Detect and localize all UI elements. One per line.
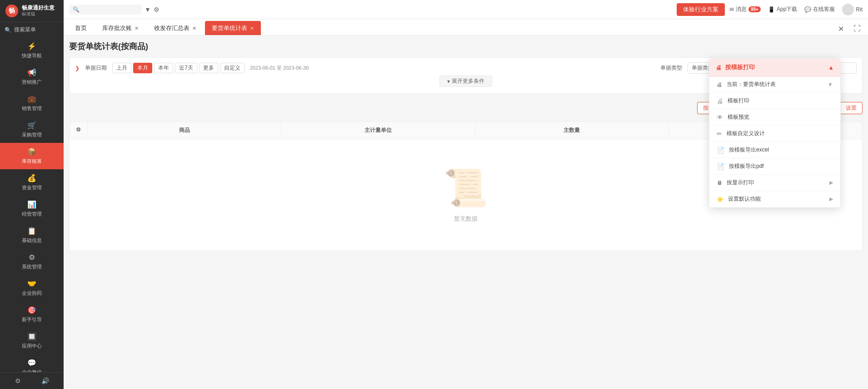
- dropdown-template-preview[interactable]: 👁 模板预览: [709, 109, 840, 126]
- app-subtitle: 标准版: [22, 11, 55, 17]
- apps-icon: 🔲: [27, 332, 36, 341]
- dropdown-display-print[interactable]: 🖥 按显示打印 ▶: [709, 175, 840, 191]
- sidebar-item-label: 经营管理: [22, 211, 42, 217]
- sidebar-item-label: 系统管理: [22, 263, 42, 270]
- wechat-icon: 💬: [27, 359, 36, 367]
- sidebar-item-label: 库存核算: [22, 158, 42, 165]
- guide-icon: 🎯: [27, 306, 36, 314]
- messages-badge: 99+: [748, 6, 761, 12]
- sidebar-nav: ⚡ 快捷导航 📢 营销推广 💼 销售管理 🛒 采购管理 📦 库存核算 💰 资金管…: [0, 37, 64, 372]
- sidebar-search[interactable]: 🔍 搜索菜单: [0, 22, 64, 37]
- trial-btn[interactable]: 体验行业方案: [677, 3, 725, 16]
- tab-collection-summary[interactable]: 收发存汇总表 ✕: [147, 21, 203, 35]
- messages-btn[interactable]: ✉ 消息 99+: [729, 5, 761, 13]
- topbar-gear-icon[interactable]: ▼: [145, 6, 151, 13]
- app-download-btn[interactable]: 📱 App下载: [768, 5, 797, 13]
- dropdown-up-chevron[interactable]: ▲: [828, 64, 834, 71]
- th-goods: 商品: [88, 122, 281, 139]
- template-print-label: 模板打印: [728, 97, 749, 105]
- sidebar-item-marketing[interactable]: 📢 营销推广: [0, 64, 64, 90]
- topbar-search-icon: 🔍: [73, 6, 80, 13]
- content-area: 要货单统计表(按商品) ❯ 单据日期 上月 本月 本年 近7天 更多 自定义 2…: [64, 35, 868, 389]
- sidebar-item-label: 应用中心: [22, 343, 42, 349]
- sidebar-item-inventory[interactable]: 📦 库存核算: [0, 143, 64, 169]
- display-print-chevron: ▶: [829, 180, 833, 186]
- user-area[interactable]: Rit: [842, 4, 863, 15]
- dropdown-set-default[interactable]: ⭐ 设置默认功能 ▶: [709, 191, 840, 207]
- tab-batch-account-label: 库存批次账: [102, 24, 132, 32]
- expand-icon: ▾: [447, 78, 450, 85]
- th-unit: 主计量单位: [281, 122, 475, 139]
- date-filter-label: 单据日期: [85, 64, 107, 72]
- order-type-label: 单据类型: [660, 64, 682, 72]
- user-name: Rit: [856, 6, 863, 13]
- dropdown-current-item[interactable]: 🖨 当前：要货单统计表 ▼: [709, 76, 840, 93]
- operations-icon: 📊: [27, 200, 36, 209]
- date-range-display: 2023-06-01 至 2023-06-30: [250, 65, 309, 71]
- app-download-icon: 📱: [768, 6, 775, 13]
- basic-icon: 📋: [27, 227, 36, 235]
- sidebar-item-operations[interactable]: 📊 经营管理: [0, 196, 64, 222]
- expand-more-btn[interactable]: ▾ 展开更多条件: [439, 76, 492, 87]
- topbar: 🔍 ▼ ⚙ 体验行业方案 ✉ 消息 99+ 📱 App下载 💬 在线客服: [64, 0, 868, 19]
- tab-order-stats-close[interactable]: ✕: [250, 25, 254, 31]
- topbar-settings-icon[interactable]: ⚙: [154, 6, 160, 13]
- dropdown-export-pdf[interactable]: 📄 按模板导出pdf: [709, 158, 840, 175]
- close-tab-btn[interactable]: ✕: [834, 22, 847, 35]
- sidebar-item-guide[interactable]: 🎯 新手引导: [0, 301, 64, 328]
- tabs-bar: 首页 库存批次账 ✕ 收发存汇总表 ✕ 要货单统计表 ✕ ✕ ⛶: [64, 19, 868, 35]
- search-label: 搜索菜单: [14, 26, 36, 34]
- app-download-label: App下载: [777, 5, 797, 13]
- tab-order-stats[interactable]: 要货单统计表 ✕: [205, 21, 261, 35]
- sidebar-item-enterprise[interactable]: 🤝 企业协同: [0, 275, 64, 301]
- tab-home[interactable]: 首页: [68, 21, 94, 35]
- tab-batch-account-close[interactable]: ✕: [135, 25, 139, 31]
- dropdown-template-print[interactable]: 🖨 模板打印: [709, 93, 840, 109]
- sidebar-item-label: 企业协同: [22, 290, 42, 297]
- online-service-label: 在线客服: [813, 5, 835, 13]
- th-settings[interactable]: ⚙: [70, 122, 88, 139]
- system-icon: ⚙: [29, 253, 35, 262]
- settings-footer-btn[interactable]: ⚙: [15, 377, 21, 384]
- settings-btn[interactable]: 设置: [840, 102, 863, 114]
- sidebar-item-label: 新手引导: [22, 316, 42, 323]
- date-more[interactable]: 更多: [199, 63, 218, 73]
- tab-collection-summary-label: 收发存汇总表: [154, 24, 190, 32]
- sidebar-item-quick-nav[interactable]: ⚡ 快捷导航: [0, 37, 64, 64]
- expand-tab-btn[interactable]: ⛶: [851, 22, 863, 35]
- sidebar-item-label: 采购管理: [22, 131, 42, 138]
- sidebar-item-label: 资金管理: [22, 184, 42, 191]
- sidebar-item-purchase[interactable]: 🛒 采购管理: [0, 116, 64, 143]
- filter-collapse-btn[interactable]: ❯: [75, 65, 80, 71]
- logo-icon: 畅: [5, 5, 18, 17]
- sidebar-item-label: 销售管理: [22, 105, 42, 112]
- date-last-7days[interactable]: 近7天: [175, 63, 197, 73]
- template-preview-icon: 👁: [717, 114, 723, 121]
- tab-batch-account[interactable]: 库存批次账 ✕: [95, 21, 145, 35]
- sidebar-item-label: 企业微信: [22, 369, 42, 372]
- sidebar-item-wechat[interactable]: 💬 企业微信: [0, 354, 64, 372]
- export-excel-icon: 📄: [717, 147, 724, 154]
- volume-footer-btn[interactable]: 🔊: [41, 377, 49, 384]
- sidebar-item-basic[interactable]: 📋 基础信息: [0, 222, 64, 248]
- set-default-icon: ⭐: [717, 196, 723, 202]
- sidebar-item-sales[interactable]: 💼 销售管理: [0, 90, 64, 116]
- topbar-search-box[interactable]: 🔍: [69, 5, 142, 15]
- sidebar-item-apps[interactable]: 🔲 应用中心: [0, 328, 64, 354]
- date-last-month[interactable]: 上月: [112, 63, 131, 73]
- dropdown-export-excel[interactable]: 📄 按模板导出excel: [709, 142, 840, 158]
- date-buttons: 上月 本月 本年 近7天 更多 自定义: [112, 63, 244, 73]
- tab-collection-close[interactable]: ✕: [192, 25, 196, 31]
- date-this-month[interactable]: 本月: [133, 63, 152, 73]
- template-preview-label: 模板预览: [728, 113, 749, 121]
- online-service-btn[interactable]: 💬 在线客服: [804, 5, 835, 13]
- main-area: 🔍 ▼ ⚙ 体验行业方案 ✉ 消息 99+ 📱 App下载 💬 在线客服: [64, 0, 868, 389]
- date-this-year[interactable]: 本年: [154, 63, 173, 73]
- date-custom[interactable]: 自定义: [220, 63, 244, 73]
- page-title: 要货单统计表(按商品): [69, 41, 863, 52]
- print-header-icon: 🖨: [716, 64, 722, 71]
- sidebar-item-system[interactable]: ⚙ 系统管理: [0, 248, 64, 275]
- dropdown-template-custom[interactable]: ✏ 模板自定义设计: [709, 126, 840, 142]
- sales-icon: 💼: [27, 95, 36, 103]
- sidebar-item-finance[interactable]: 💰 资金管理: [0, 169, 64, 196]
